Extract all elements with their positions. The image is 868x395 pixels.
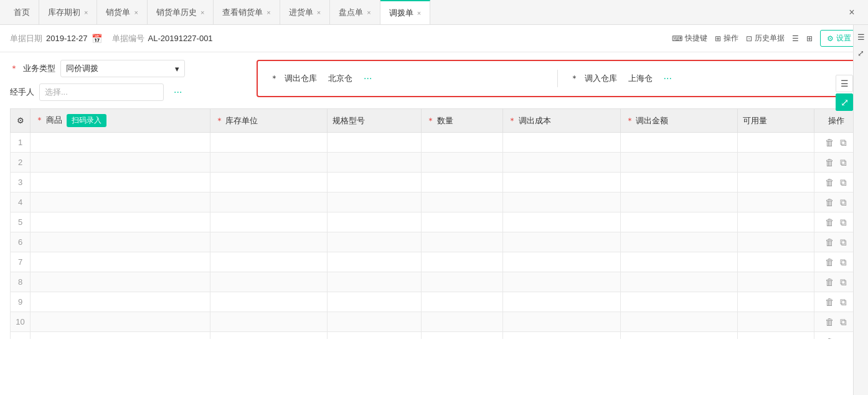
copy-icon-5[interactable]: ⧉ xyxy=(840,217,847,227)
tab-sales-order-close[interactable]: × xyxy=(134,9,138,16)
available-cell-1[interactable] xyxy=(737,133,814,153)
available-cell-9[interactable] xyxy=(737,292,814,312)
qty-cell-6[interactable] xyxy=(422,232,503,252)
amount-cell-9[interactable] xyxy=(620,292,737,312)
tab-transfer-close[interactable]: × xyxy=(417,9,421,17)
copy-icon-6[interactable]: ⧉ xyxy=(840,237,847,247)
unit-cell-1[interactable] xyxy=(210,133,327,153)
cost-cell-2[interactable] xyxy=(503,153,620,173)
amount-cell-8[interactable] xyxy=(620,272,737,292)
window-close-button[interactable]: × xyxy=(841,1,863,24)
tab-home[interactable]: 首页 xyxy=(5,0,39,24)
amount-cell-11[interactable] xyxy=(620,332,737,340)
qty-cell-2[interactable] xyxy=(422,153,503,173)
delete-icon-3[interactable]: 🗑 xyxy=(825,177,834,188)
delete-icon-7[interactable]: 🗑 xyxy=(825,257,834,267)
tab-view-sales[interactable]: 查看销货单 × xyxy=(214,0,280,24)
available-cell-6[interactable] xyxy=(737,232,814,252)
side-list-button[interactable]: ☰ xyxy=(836,75,853,92)
cost-cell-10[interactable] xyxy=(503,312,620,332)
tab-inventory-check[interactable]: 盘点单 × xyxy=(330,0,380,24)
shortcut-button[interactable]: ⌨ 快捷键 xyxy=(672,33,707,44)
amount-cell-4[interactable] xyxy=(620,193,737,212)
unit-cell-8[interactable] xyxy=(210,272,327,292)
available-cell-5[interactable] xyxy=(737,212,814,232)
warehouse-out-more-icon[interactable]: ··· xyxy=(364,73,372,84)
product-cell-2[interactable] xyxy=(31,153,210,173)
copy-icon-10[interactable]: ⧉ xyxy=(840,316,847,327)
calendar-icon[interactable]: 📅 xyxy=(92,34,102,44)
cost-cell-11[interactable] xyxy=(503,332,620,340)
spec-cell-11[interactable] xyxy=(327,332,422,340)
spec-cell-4[interactable] xyxy=(327,193,422,212)
qty-cell-9[interactable] xyxy=(422,292,503,312)
available-cell-2[interactable] xyxy=(737,153,814,173)
qty-cell-8[interactable] xyxy=(422,272,503,292)
cost-cell-5[interactable] xyxy=(503,212,620,232)
tab-inventory-init-close[interactable]: × xyxy=(84,9,88,16)
delete-icon-10[interactable]: 🗑 xyxy=(825,316,834,327)
qty-cell-11[interactable] xyxy=(422,332,503,340)
unit-cell-11[interactable] xyxy=(210,332,327,340)
amount-cell-5[interactable] xyxy=(620,212,737,232)
qty-cell-4[interactable] xyxy=(422,193,503,212)
qty-cell-5[interactable] xyxy=(422,212,503,232)
product-cell-4[interactable] xyxy=(31,193,210,212)
cost-cell-9[interactable] xyxy=(503,292,620,312)
qty-cell-3[interactable] xyxy=(422,173,503,193)
spec-cell-7[interactable] xyxy=(327,252,422,272)
list-view-button[interactable]: ☰ xyxy=(792,34,799,43)
copy-icon-2[interactable]: ⧉ xyxy=(840,157,847,168)
qty-cell-10[interactable] xyxy=(422,312,503,332)
copy-icon-11[interactable]: ⧉ xyxy=(840,336,847,340)
unit-cell-3[interactable] xyxy=(210,173,327,193)
product-cell-5[interactable] xyxy=(31,212,210,232)
product-cell-1[interactable] xyxy=(31,133,210,153)
tab-purchase[interactable]: 进货单 × xyxy=(280,0,330,24)
qty-cell-1[interactable] xyxy=(422,133,503,153)
spec-cell-2[interactable] xyxy=(327,153,422,173)
amount-cell-1[interactable] xyxy=(620,133,737,153)
spec-cell-5[interactable] xyxy=(327,212,422,232)
product-cell-9[interactable] xyxy=(31,292,210,312)
tab-inventory-init[interactable]: 库存期初 × xyxy=(39,0,97,24)
product-cell-6[interactable] xyxy=(31,232,210,252)
panel-expand-icon[interactable]: ⤢ xyxy=(854,46,868,60)
available-cell-8[interactable] xyxy=(737,272,814,292)
product-cell-8[interactable] xyxy=(31,272,210,292)
product-cell-11[interactable] xyxy=(31,332,210,340)
delete-icon-6[interactable]: 🗑 xyxy=(825,237,834,247)
spec-cell-8[interactable] xyxy=(327,272,422,292)
side-expand-button[interactable]: ⤢ xyxy=(836,93,853,111)
product-cell-7[interactable] xyxy=(31,252,210,272)
settings-button[interactable]: ⚙ 设置 xyxy=(820,30,858,47)
cost-cell-8[interactable] xyxy=(503,272,620,292)
cost-cell-6[interactable] xyxy=(503,232,620,252)
tab-purchase-close[interactable]: × xyxy=(317,9,321,16)
delete-icon-1[interactable]: 🗑 xyxy=(825,137,834,148)
spec-cell-6[interactable] xyxy=(327,232,422,252)
amount-cell-2[interactable] xyxy=(620,153,737,173)
delete-icon-11[interactable]: 🗑 xyxy=(825,336,834,340)
tab-inventory-check-close[interactable]: × xyxy=(367,9,370,16)
warehouse-in-more-icon[interactable]: ··· xyxy=(664,73,672,84)
product-cell-10[interactable] xyxy=(31,312,210,332)
available-cell-7[interactable] xyxy=(737,252,814,272)
grid-view-button[interactable]: ⊞ xyxy=(806,34,813,43)
available-cell-11[interactable] xyxy=(737,332,814,340)
unit-cell-2[interactable] xyxy=(210,153,327,173)
delete-icon-5[interactable]: 🗑 xyxy=(825,217,834,227)
handler-more-icon[interactable]: ··· xyxy=(174,87,182,98)
spec-cell-3[interactable] xyxy=(327,173,422,193)
delete-icon-4[interactable]: 🗑 xyxy=(825,197,834,207)
unit-cell-5[interactable] xyxy=(210,212,327,232)
amount-cell-10[interactable] xyxy=(620,312,737,332)
product-cell-3[interactable] xyxy=(31,173,210,193)
amount-cell-6[interactable] xyxy=(620,232,737,252)
copy-icon-9[interactable]: ⧉ xyxy=(840,297,847,307)
unit-cell-10[interactable] xyxy=(210,312,327,332)
delete-icon-2[interactable]: 🗑 xyxy=(825,157,834,168)
copy-icon-8[interactable]: ⧉ xyxy=(840,277,847,287)
panel-list-icon[interactable]: ☰ xyxy=(854,30,868,44)
spec-cell-10[interactable] xyxy=(327,312,422,332)
